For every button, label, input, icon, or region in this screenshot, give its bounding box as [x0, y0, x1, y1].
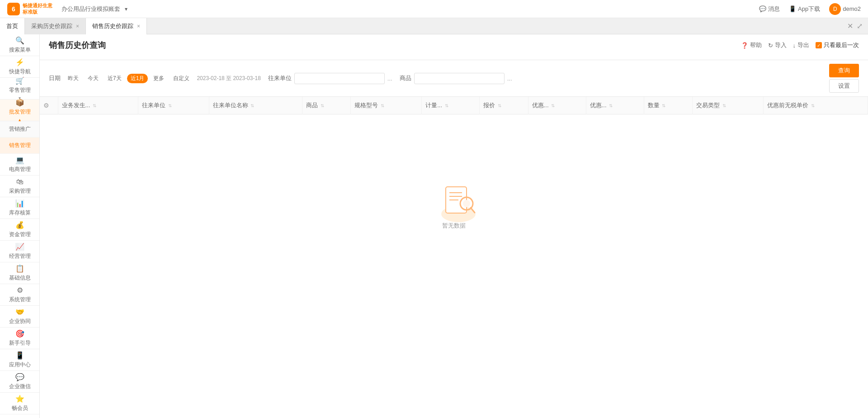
tab-purchase-close-icon[interactable]: ×: [76, 23, 79, 29]
tab-home[interactable]: 首页: [0, 18, 25, 34]
th-spec[interactable]: 规格型号 ⇅: [351, 97, 422, 114]
tab-maximize-icon[interactable]: ⤢: [857, 22, 863, 30]
sidebar-item-label: 采购管理: [9, 187, 31, 195]
search-menu-icon: 🔍: [15, 36, 24, 45]
query-button[interactable]: 查询: [829, 64, 859, 77]
import-icon: ↻: [768, 42, 773, 49]
partner-dots-btn[interactable]: ...: [387, 75, 392, 82]
date-btn-custom[interactable]: 自定义: [170, 74, 193, 83]
date-btn-1month[interactable]: 近1月: [127, 74, 148, 83]
sidebar-item-quick-nav[interactable]: ⚡ 快捷导航: [0, 56, 39, 78]
sidebar-item-label: 基础信息: [9, 274, 31, 282]
sidebar-item-label: 系统管理: [9, 296, 31, 304]
th-quote[interactable]: 报价 ⇅: [480, 97, 528, 114]
partner-filter-group: 往来单位 ...: [268, 73, 392, 84]
tab-sales-close-icon[interactable]: ×: [137, 23, 140, 29]
import-btn[interactable]: ↻ 导入: [768, 41, 787, 49]
message-icon: 💬: [759, 5, 766, 12]
product-filter-group: 商品 ...: [400, 73, 512, 84]
app-center-icon: 📱: [15, 351, 24, 360]
date-filter-group: 日期 昨天 今天 近7天 近1月 更多 自定义 2023-02-18 至 202…: [49, 74, 261, 83]
sort-icon: ⇅: [662, 103, 665, 108]
sort-icon: ⇅: [445, 103, 448, 108]
partner-filter-label: 往来单位: [268, 74, 292, 82]
data-table: ⚙ 业务发生... ⇅ 往来单位 ⇅ 往来单位名称 ⇅: [40, 97, 868, 114]
tab-close-window-icon[interactable]: ✕: [847, 22, 853, 30]
sidebar-item-new-guide[interactable]: 🎯 新手引导: [0, 328, 39, 349]
sidebar-item-label: 库存核算: [9, 209, 31, 217]
sidebar-item-label: 快捷导航: [9, 68, 31, 76]
sidebar-sub-item-marketing[interactable]: 营销推广: [0, 121, 39, 138]
product-input[interactable]: [414, 73, 505, 84]
only-last-checkbox[interactable]: 只看最后一次: [816, 41, 859, 49]
sidebar-sub-label: 销售管理: [9, 142, 31, 149]
system-icon: ⚙: [17, 286, 23, 294]
export-icon: ↓: [793, 42, 796, 49]
quick-nav-icon: ⚡: [15, 58, 24, 66]
user-profile[interactable]: D demo2: [829, 3, 861, 15]
page-title: 销售历史价查询: [49, 40, 106, 51]
date-range-text: 2023-02-18 至 2023-03-18: [197, 75, 260, 82]
page-header: 销售历史价查询 ❓ 帮助 ↻ 导入 ↓ 导出: [40, 34, 868, 60]
sidebar-item-ecommerce[interactable]: 💻 电商管理: [0, 154, 39, 176]
member-icon: ⭐: [15, 394, 24, 403]
th-product[interactable]: 商品 ⇅: [302, 97, 350, 114]
wechat-icon: 💬: [15, 373, 24, 381]
help-btn[interactable]: ❓ 帮助: [741, 41, 762, 49]
th-pre-tax-price[interactable]: 优惠前无税单价 ⇅: [764, 97, 868, 114]
th-quantity[interactable]: 数量 ⇅: [644, 97, 692, 114]
sidebar-item-wholesale-mgmt[interactable]: 📦 批发管理 ▴: [0, 100, 39, 121]
message-btn[interactable]: 💬 消息: [759, 5, 780, 13]
sidebar-item-member[interactable]: ⭐ 畅会员: [0, 393, 39, 414]
date-btn-today[interactable]: 今天: [84, 74, 102, 83]
tab-purchase-history[interactable]: 采购历史价跟踪 ×: [25, 18, 86, 34]
sidebar-item-system-mgmt[interactable]: ⚙ 系统管理: [0, 284, 39, 306]
date-btn-yesterday[interactable]: 昨天: [64, 74, 82, 83]
avatar: D: [829, 3, 841, 15]
date-btn-more[interactable]: 更多: [150, 74, 168, 83]
tab-home-label: 首页: [6, 22, 18, 30]
tab-sales-label: 销售历史价跟踪: [92, 22, 133, 30]
sidebar-item-inventory[interactable]: 📊 库存核算: [0, 197, 39, 219]
purchase-icon: 🛍: [16, 178, 24, 186]
th-trade-type[interactable]: 交易类型 ⇅: [693, 97, 764, 114]
table-settings-icon[interactable]: ⚙: [43, 102, 49, 109]
tab-sales-history[interactable]: 销售历史价跟踪 ×: [86, 18, 147, 34]
th-partner-code[interactable]: 往来单位 ⇅: [138, 97, 209, 114]
sort-icon: ⇅: [381, 103, 384, 108]
th-biz-date[interactable]: 业务发生... ⇅: [58, 97, 138, 114]
th-unit[interactable]: 计量... ⇅: [422, 97, 480, 114]
sidebar-item-basic-info[interactable]: 📋 基础信息: [0, 262, 39, 284]
main-layout: 🔍 搜索菜单 ⚡ 快捷导航 🛒 零售管理 ▾ 📦 批发管理 ▴ 营销推广 销售管…: [0, 34, 868, 418]
export-btn[interactable]: ↓ 导出: [793, 41, 810, 49]
sidebar-item-finance[interactable]: 💰 资金管理: [0, 219, 39, 241]
product-dots-btn[interactable]: ...: [507, 75, 512, 82]
date-btn-7days[interactable]: 近7天: [104, 74, 125, 83]
empty-svg: [436, 180, 481, 225]
ecommerce-icon: 💻: [15, 156, 24, 164]
sidebar-item-label: 零售管理: [9, 86, 31, 94]
partner-input[interactable]: [294, 73, 385, 84]
sidebar-item-retail-mgmt[interactable]: 🛒 零售管理 ▾: [0, 78, 39, 100]
date-buttons: 昨天 今天 近7天 近1月 更多 自定义: [64, 74, 193, 83]
th-discount1[interactable]: 优惠... ⇅: [528, 97, 586, 114]
sidebar-item-label: 资金管理: [9, 231, 31, 238]
sidebar-item-operations[interactable]: 📈 经营管理: [0, 241, 39, 262]
logo-area: 6 畅捷通好生意 标准版: [7, 3, 52, 15]
sidebar-item-enterprise-wechat[interactable]: 💬 企业微信: [0, 371, 39, 393]
sidebar-item-app-center[interactable]: 📱 应用中心: [0, 349, 39, 371]
tab-purchase-label: 采购历史价跟踪: [31, 22, 72, 30]
app-download-btn[interactable]: 📱 App下载: [789, 5, 820, 13]
topbar-dropdown-icon[interactable]: ▾: [125, 6, 127, 12]
th-partner-name[interactable]: 往来单位名称 ⇅: [209, 97, 302, 114]
settings-button[interactable]: 设置: [829, 79, 859, 93]
sidebar-sub-item-sales-mgmt[interactable]: 销售管理: [0, 138, 39, 154]
page-header-actions: ❓ 帮助 ↻ 导入 ↓ 导出 只看最后一次: [741, 41, 859, 49]
sidebar-item-purchase-mgmt[interactable]: 🛍 采购管理: [0, 176, 39, 197]
sidebar-item-label: 畅会员: [12, 404, 28, 412]
th-discount2[interactable]: 优惠... ⇅: [586, 97, 644, 114]
sidebar-item-enterprise-collab[interactable]: 🤝 企业协同: [0, 306, 39, 328]
sidebar-item-search-menu[interactable]: 🔍 搜索菜单: [0, 34, 39, 56]
retail-icon: 🛒: [15, 76, 24, 85]
sidebar-item-label: 电商管理: [9, 166, 31, 173]
